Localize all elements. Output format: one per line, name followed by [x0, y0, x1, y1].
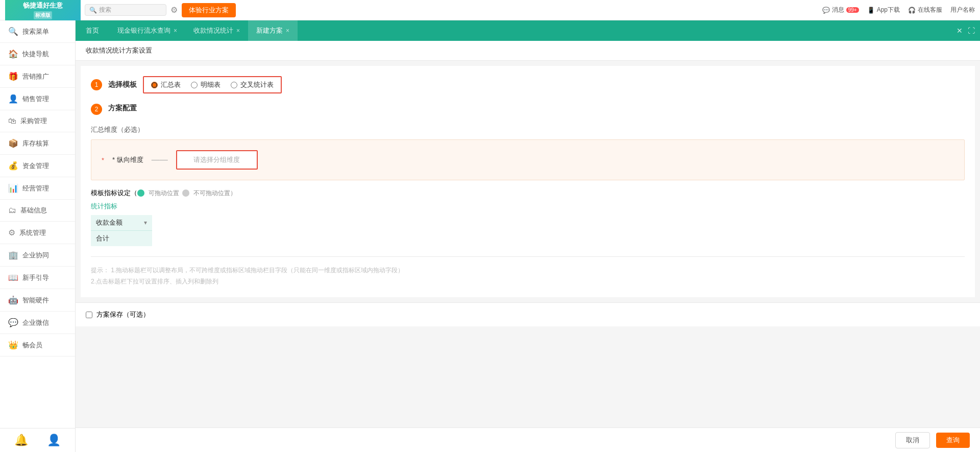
step2-badge: 2: [91, 104, 102, 115]
non-draggable-indicator: [182, 189, 189, 197]
sidebar-item-hardware[interactable]: 🤖 智能硬件: [0, 289, 75, 312]
sidebar-item-inventory[interactable]: 📦 库存核算: [0, 132, 75, 155]
crown-icon: 👑: [8, 340, 18, 350]
step2-label: 方案配置: [108, 104, 137, 113]
metrics-section-title: 模板指标设定（: [91, 188, 137, 198]
radio-summary-label[interactable]: 汇总表: [161, 80, 181, 89]
service-item[interactable]: 🎧 在线客服: [908, 6, 942, 14]
sidebar-item-wechat[interactable]: 💬 企业微信: [0, 312, 75, 334]
save-plan-checkbox[interactable]: [86, 312, 92, 318]
sidebar-item-search-menu[interactable]: 🔍 搜索菜单: [0, 20, 75, 43]
tab-new-plan[interactable]: 新建方案 ×: [248, 20, 298, 41]
tab-receipt-stats-label: 收款情况统计: [193, 26, 233, 35]
sidebar-item-system[interactable]: ⚙ 系统管理: [0, 222, 75, 244]
tips-section: 提示： 1.拖动标题栏可以调整布局，不可跨维度或指标区域拖动栏目字段（只能在同一…: [91, 256, 965, 287]
folder-icon: 🗂: [8, 206, 16, 215]
trial-button[interactable]: 体验行业方案: [182, 3, 236, 17]
metric-card-body: 合计: [91, 231, 152, 246]
query-button[interactable]: 查询: [936, 433, 970, 448]
tab-bank-flow-label: 现金银行流水查询: [117, 26, 170, 35]
sidebar-item-enterprise[interactable]: 🏢 企业协同: [0, 244, 75, 267]
sidebar-label: 采购管理: [20, 116, 47, 126]
sidebar-label: 营销推广: [22, 72, 49, 81]
close-receipt-stats-icon[interactable]: ×: [236, 27, 240, 34]
download-icon: 📱: [867, 7, 875, 14]
sidebar: 🔍 搜索菜单 🏠 快捷导航 🎁 营销推广 👤 销售管理 🛍 采购管理 📦 库存核…: [0, 20, 76, 452]
step1-badge: 1: [91, 79, 102, 90]
sidebar-item-basic-info[interactable]: 🗂 基础信息: [0, 200, 75, 222]
metric-dropdown-icon[interactable]: ▾: [144, 219, 147, 226]
search-icon: 🔍: [89, 7, 97, 14]
required-star: *: [102, 156, 104, 164]
sidebar-label: 基础信息: [20, 206, 47, 215]
download-item[interactable]: 📱 App下载: [867, 6, 900, 14]
radio-cross-label[interactable]: 交叉统计表: [240, 80, 274, 89]
tab-home[interactable]: 首页: [76, 20, 109, 41]
sidebar-label: 资金管理: [22, 161, 49, 171]
page-header: 收款情况统计方案设置: [76, 41, 980, 61]
metric-name: 收款金额: [96, 218, 122, 227]
radio-detail-input[interactable]: [191, 82, 198, 88]
metric-card-receipt: 收款金额 ▾ 合计: [91, 215, 152, 246]
top-bar: 畅捷通好生意 标准版 🔍 搜索 ⚙ 体验行业方案 💬 消息 99+ 📱 App下…: [0, 0, 980, 20]
dimension-title: 汇总维度（必选）: [91, 125, 965, 134]
radio-detail[interactable]: 明细表: [191, 80, 220, 89]
money-icon: 💰: [8, 161, 18, 171]
tab-receipt-stats[interactable]: 收款情况统计 ×: [185, 20, 248, 41]
sidebar-item-operations[interactable]: 📊 经营管理: [0, 177, 75, 200]
chart-icon: 📊: [8, 183, 18, 193]
headset-icon: 🎧: [908, 7, 916, 14]
top-actions: 💬 消息 99+ 📱 App下载 🎧 在线客服 用户名称: [822, 6, 975, 14]
sidebar-label: 销售管理: [22, 94, 49, 104]
sidebar-label: 系统管理: [19, 228, 46, 237]
close-new-plan-icon[interactable]: ×: [286, 27, 289, 34]
radio-summary-input[interactable]: [151, 82, 158, 88]
sidebar-item-member[interactable]: 👑 畅会员: [0, 334, 75, 356]
edition-badge: 标准版: [34, 11, 52, 19]
dim-placeholder-box[interactable]: 请选择分组维度: [176, 150, 258, 170]
sidebar-item-guide[interactable]: 📖 新手引导: [0, 267, 75, 289]
dim-placeholder-text: 请选择分组维度: [193, 156, 240, 163]
message-icon: 💬: [822, 7, 830, 14]
footer-bar: 取消 查询: [76, 427, 980, 452]
radio-cross[interactable]: 交叉统计表: [231, 80, 274, 89]
user-item[interactable]: 用户名称: [950, 6, 975, 14]
sidebar-item-quick-nav[interactable]: 🏠 快捷导航: [0, 43, 75, 65]
wechat-icon: 💬: [8, 318, 18, 327]
cancel-button[interactable]: 取消: [895, 432, 930, 448]
sidebar-bottom-icon1[interactable]: 🔔: [14, 434, 28, 447]
save-plan-label[interactable]: 方案保存（可选）: [96, 310, 150, 319]
page-header-title: 收款情况统计方案设置: [86, 46, 152, 54]
step1-label: 选择模板: [108, 80, 137, 89]
draggable-indicator: [137, 189, 144, 197]
tab-bank-flow[interactable]: 现金银行流水查询 ×: [109, 20, 185, 41]
sidebar-item-finance[interactable]: 💰 资金管理: [0, 155, 75, 177]
tip-1: 提示： 1.拖动标题栏可以调整布局，不可跨维度或指标区域拖动栏目字段（只能在同一…: [91, 265, 965, 276]
metric-card-header[interactable]: 收款金额 ▾: [91, 215, 152, 231]
sidebar-bottom-icon2[interactable]: 👤: [47, 434, 61, 447]
sidebar-item-marketing[interactable]: 🎁 营销推广: [0, 65, 75, 88]
sidebar-item-sales[interactable]: 👤 销售管理: [0, 88, 75, 110]
dimension-drop-area: * * 纵向维度 —— 请选择分组维度: [91, 139, 965, 180]
close-bank-flow-icon[interactable]: ×: [174, 27, 177, 34]
message-item[interactable]: 💬 消息 99+: [822, 6, 859, 14]
radio-summary[interactable]: 汇总表: [151, 80, 181, 89]
sidebar-item-purchase[interactable]: 🛍 采购管理: [0, 110, 75, 132]
sidebar-label: 企业微信: [22, 318, 49, 327]
dimension-section: 汇总维度（必选） * * 纵向维度 —— 请选择分组维度: [91, 125, 965, 180]
radio-cross-input[interactable]: [231, 82, 237, 88]
close-all-icon[interactable]: ✕: [957, 27, 963, 35]
radio-detail-label[interactable]: 明细表: [201, 80, 220, 89]
user-icon: 👤: [8, 94, 18, 104]
tab-bar-controls: ✕ ⛶: [957, 20, 980, 41]
user-name: 用户名称: [950, 6, 975, 14]
sidebar-label: 库存核算: [22, 139, 49, 148]
app-logo: 畅捷通好生意 标准版: [5, 0, 81, 20]
sidebar-label: 新手引导: [22, 273, 49, 282]
fullscreen-icon[interactable]: ⛶: [968, 27, 975, 35]
template-selection: 汇总表 明细表 交叉统计表: [143, 76, 282, 93]
top-search-bar: 🔍 搜索: [85, 4, 166, 16]
sidebar-bottom: 🔔 👤: [0, 428, 75, 452]
gear-icon[interactable]: ⚙: [170, 5, 178, 15]
sidebar-label: 智能硬件: [22, 296, 49, 305]
